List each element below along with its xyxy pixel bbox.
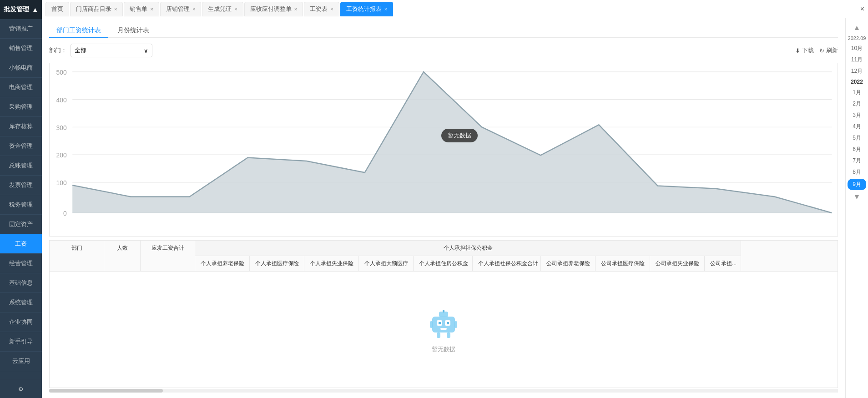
timeline-item-10月[interactable]: 10月 xyxy=(846,43,868,54)
sub-tab-月份统计表[interactable]: 月份统计表 xyxy=(110,24,156,38)
tabbar: 首页门店商品目录×销售单×店铺管理×生成凭证×应收应付调整单×工资表×工资统计报… xyxy=(42,0,868,18)
sidebar-items: 营销推广销售管理小畅电商电商管理采购管理库存核算资金管理总账管理发票管理税务管理… xyxy=(0,19,42,371)
svg-rect-13 xyxy=(432,317,455,333)
sidebar-item-企业协同[interactable]: 企业协同 xyxy=(0,312,42,332)
timeline-item-4月[interactable]: 4月 xyxy=(846,121,868,132)
timeline-item-8月[interactable]: 8月 xyxy=(846,166,868,178)
table-header-col-个人承担养老保险: 个人承担养老保险 xyxy=(195,256,250,271)
settings-icon: ⚙ xyxy=(18,386,24,393)
timeline-item-12月[interactable]: 12月 xyxy=(846,65,868,77)
sidebar-item-固定资产[interactable]: 固定资产 xyxy=(0,215,42,234)
table-no-data-text: 暂无数据 xyxy=(432,345,455,353)
table-header-group-social: 个人承担社保公积金个人承担养老保险个人承担医疗保险个人承担失业保险个人承担大额医… xyxy=(195,241,741,271)
sidebar-title: 批发管理 xyxy=(4,5,29,14)
no-data-area: 暂无数据 xyxy=(425,305,462,353)
tab-close-icon[interactable]: × xyxy=(330,6,333,12)
sidebar-item-发票管理[interactable]: 发票管理 xyxy=(0,176,42,195)
tab-生成凭证[interactable]: 生成凭证× xyxy=(202,2,243,16)
tab-门店商品目录[interactable]: 门店商品目录× xyxy=(70,2,123,16)
sidebar-footer-settings[interactable]: ⚙ xyxy=(0,380,42,398)
tab-label: 首页 xyxy=(51,5,63,13)
chart-area: 500 400 300 200 100 0 xyxy=(49,63,838,237)
close-all-tabs-button[interactable]: × xyxy=(860,5,864,13)
timeline-item-3月[interactable]: 3月 xyxy=(846,110,868,121)
sidebar-item-库存核算[interactable]: 库存核算 xyxy=(0,117,42,136)
scroll-thumb[interactable] xyxy=(49,389,163,393)
sidebar-item-销售管理[interactable]: 销售管理 xyxy=(0,39,42,58)
sidebar-item-基础信息[interactable]: 基础信息 xyxy=(0,273,42,293)
table-header-col-公司承担失业保险: 公司承担失业保险 xyxy=(650,256,705,271)
chart-no-data-text: 暂无数据 xyxy=(448,132,471,139)
tab-销售单[interactable]: 销售单× xyxy=(124,2,159,16)
timeline-item-11月[interactable]: 11月 xyxy=(846,54,868,65)
svg-text:500: 500 xyxy=(56,69,67,76)
chart-no-data-tooltip: 暂无数据 xyxy=(441,129,478,142)
sidebar-item-经营管理[interactable]: 经营管理 xyxy=(0,254,42,273)
tab-label: 应收应付调整单 xyxy=(250,5,292,13)
svg-rect-18 xyxy=(440,328,447,330)
sidebar-item-营销推广[interactable]: 营销推广 xyxy=(0,19,42,39)
svg-text:300: 300 xyxy=(56,124,67,131)
table-group-title: 个人承担社保公积金 xyxy=(195,241,741,256)
sidebar-item-云应用[interactable]: 云应用 xyxy=(0,352,42,371)
refresh-button[interactable]: ↻ 刷新 xyxy=(819,46,838,55)
no-data-robot-icon xyxy=(425,305,462,342)
sidebar-item-采购管理[interactable]: 采购管理 xyxy=(0,97,42,117)
dept-select[interactable]: 全部 ∨ xyxy=(71,44,152,57)
sidebar-item-系统管理[interactable]: 系统管理 xyxy=(0,293,42,312)
timeline-item-1月[interactable]: 1月 xyxy=(846,87,868,98)
table-header-col-公司承担养老保险: 公司承担养老保险 xyxy=(541,256,595,271)
chevron-down-icon: ∨ xyxy=(144,47,148,54)
tab-close-icon[interactable]: × xyxy=(114,6,117,12)
timeline-item-2022[interactable]: 2022 xyxy=(846,77,868,87)
timeline-sidebar: ▲ 2022.09 10月11月12月20221月2月3月4月5月6月7月8月9… xyxy=(845,18,868,398)
table-header-人数: 人数 xyxy=(104,241,141,271)
timeline-item-2月[interactable]: 2月 xyxy=(846,98,868,110)
page-content: 部门工资统计表月份统计表 部门： 全部 ∨ ⬇ 下载 ↻ xyxy=(42,18,868,398)
timeline-item-7月[interactable]: 7月 xyxy=(846,155,868,166)
refresh-label: 刷新 xyxy=(826,46,838,55)
table-header-col-个人承担住房公积金: 个人承担住房公积金 xyxy=(414,256,473,271)
tab-close-icon[interactable]: × xyxy=(150,6,153,12)
table-body: 暂无数据 xyxy=(50,272,838,388)
tab-店铺管理[interactable]: 店铺管理× xyxy=(160,2,201,16)
tab-label: 生成凭证 xyxy=(208,5,232,13)
sidebar-item-税务管理[interactable]: 税务管理 xyxy=(0,195,42,215)
timeline-item-5月[interactable]: 5月 xyxy=(846,132,868,144)
tab-工资表[interactable]: 工资表× xyxy=(304,2,339,16)
sidebar: 批发管理 ▲ 营销推广销售管理小畅电商电商管理采购管理库存核算资金管理总账管理发… xyxy=(0,0,42,398)
tab-close-icon[interactable]: × xyxy=(384,6,387,12)
timeline-item-6月[interactable]: 6月 xyxy=(846,144,868,155)
tab-工资统计报表[interactable]: 工资统计报表× xyxy=(340,2,393,16)
tab-应收应付调整单[interactable]: 应收应付调整单× xyxy=(244,2,303,16)
download-button[interactable]: ⬇ 下载 xyxy=(795,46,814,55)
table-header-col-公司承担医疗保险: 公司承担医疗保险 xyxy=(595,256,650,271)
svg-rect-16 xyxy=(439,322,441,324)
timeline-item-9月[interactable]: 9月 xyxy=(848,179,866,190)
sidebar-item-工资[interactable]: 工资 xyxy=(0,234,42,254)
timeline-up-arrow[interactable]: ▲ xyxy=(852,22,863,34)
sidebar-header[interactable]: 批发管理 ▲ xyxy=(0,0,42,19)
svg-text:400: 400 xyxy=(56,96,67,104)
timeline-year-header: 2022.09 xyxy=(847,34,867,43)
table-header-col-公司承担...: 公司承担... xyxy=(705,256,741,271)
sidebar-item-新手引导[interactable]: 新手引导 xyxy=(0,332,42,352)
toolbar-buttons: ⬇ 下载 ↻ 刷新 xyxy=(795,46,838,55)
tab-close-icon[interactable]: × xyxy=(192,6,195,12)
tab-首页[interactable]: 首页 xyxy=(45,2,69,16)
sidebar-item-电商管理[interactable]: 电商管理 xyxy=(0,78,42,97)
sidebar-item-小畅电商[interactable]: 小畅电商 xyxy=(0,58,42,78)
sidebar-item-资金管理[interactable]: 资金管理 xyxy=(0,136,42,156)
sidebar-item-总账管理[interactable]: 总账管理 xyxy=(0,156,42,176)
sidebar-arrow-icon: ▲ xyxy=(32,6,38,13)
tab-label: 工资表 xyxy=(310,5,328,13)
svg-rect-22 xyxy=(447,333,450,338)
dept-filter: 部门： 全部 ∨ xyxy=(49,44,152,57)
tab-close-icon[interactable]: × xyxy=(294,6,297,12)
tab-label: 门店商品目录 xyxy=(76,5,111,13)
table-header-col-个人承担社保公积金合计: 个人承担社保公积金合计 xyxy=(473,256,541,271)
timeline-down-arrow[interactable]: ▼ xyxy=(852,191,863,203)
horizontal-scrollbar[interactable] xyxy=(49,389,838,393)
tab-close-icon[interactable]: × xyxy=(234,6,237,12)
sub-tab-部门工资统计表[interactable]: 部门工资统计表 xyxy=(49,24,108,38)
